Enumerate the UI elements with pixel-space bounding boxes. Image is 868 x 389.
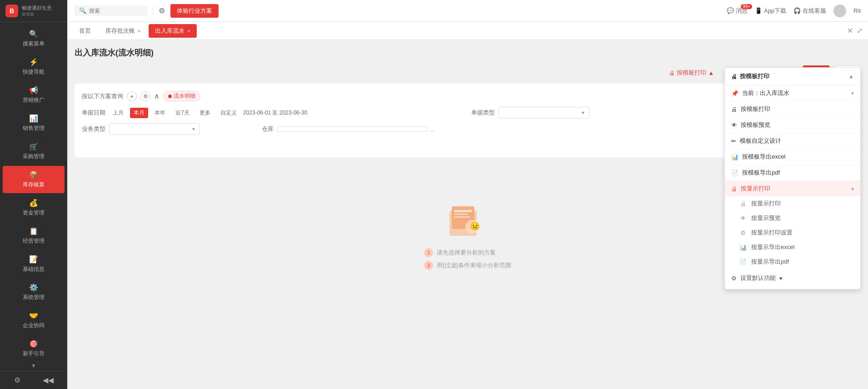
business-type-select[interactable]: ▾ bbox=[109, 123, 200, 135]
sidebar-item-system[interactable]: ⚙️ 系统管理 bbox=[3, 279, 65, 306]
tab-close-flow-icon[interactable]: × bbox=[187, 28, 190, 34]
template-export-pdf-section: 📄 按模板导出pdf bbox=[725, 165, 860, 181]
settings-icon[interactable]: ⚙ bbox=[14, 376, 20, 384]
display-print-item[interactable]: 🖨 按显示打印 bbox=[725, 196, 860, 211]
sidebar-logo: B 畅捷通好生意 标准版 bbox=[0, 0, 67, 22]
display-export-pdf-item[interactable]: 📄 按显示导出pdf bbox=[725, 254, 860, 267]
step-1-text: 请先选择要分析的方案 bbox=[437, 249, 496, 257]
template-excel-icon: 📊 bbox=[731, 154, 738, 160]
tab-label-flow: 出入库流水 bbox=[155, 27, 185, 35]
last7-btn[interactable]: 近7天 bbox=[172, 108, 193, 118]
sidebar-item-marketing[interactable]: 📢 营销推广 bbox=[3, 81, 65, 109]
gear-icon[interactable]: ⚙ bbox=[159, 6, 165, 15]
search-input[interactable] bbox=[89, 8, 135, 14]
sidebar-item-finance[interactable]: 💰 资金管理 bbox=[3, 194, 65, 221]
template-custom-title: ✏ 模板自定义设计 bbox=[731, 137, 781, 145]
tab-home[interactable]: 首页 bbox=[73, 24, 97, 38]
window-maximize-icon[interactable]: ⤢ bbox=[857, 26, 863, 35]
business-type-field: 业务类型 ▾ bbox=[82, 123, 254, 135]
topbar-right: 💬 消息 99+ 📱 App下载 🎧 在线客服 Rit bbox=[727, 5, 861, 17]
display-export-excel-item[interactable]: 📊 按显示导出excel bbox=[725, 240, 860, 254]
main-area: 🔍 ⚙ 体验行业方案 💬 消息 99+ 📱 App下载 🎧 在线 bbox=[67, 0, 868, 389]
sidebar-item-purchase[interactable]: 🛒 采购管理 bbox=[3, 138, 65, 165]
tab-label-home: 首页 bbox=[79, 27, 91, 35]
collapse-sidebar-icon[interactable]: ◀◀ bbox=[43, 376, 54, 384]
current-month-btn[interactable]: 本月 bbox=[130, 108, 148, 118]
template-pdf-label: 按模板导出pdf bbox=[742, 169, 780, 177]
print-icon: 🖨 bbox=[669, 70, 675, 76]
page-title: 出入库流水(流水明细) bbox=[75, 47, 861, 58]
topbar-search-box[interactable]: 🔍 bbox=[75, 5, 147, 16]
set-default-btn[interactable]: ⚙ 设置默认功能 ▾ bbox=[731, 271, 854, 285]
print-template-btn[interactable]: 🖨 按模板打印 ▲ bbox=[664, 66, 718, 79]
sidebar-item-inventory[interactable]: 📦 库存核算 bbox=[3, 166, 65, 193]
template-export-excel-header[interactable]: 📊 按模板导出excel bbox=[725, 149, 860, 165]
template-export-pdf-header[interactable]: 📄 按模板导出pdf bbox=[725, 165, 860, 180]
step-1-num: 1 bbox=[424, 248, 433, 257]
app-download-link[interactable]: 📱 App下载 bbox=[755, 7, 786, 15]
sidebar-item-label-inventory: 库存核算 bbox=[23, 181, 45, 189]
tab-batch[interactable]: 库存批次账× bbox=[99, 24, 147, 38]
sidebar-item-sales[interactable]: 📊 销售管理 bbox=[3, 110, 65, 137]
filter-tag-dot bbox=[168, 95, 172, 98]
print-dropdown-panel: 🖨 按模板打印 ▲ 📌 当前：出入库流水 ▾ bbox=[724, 67, 861, 289]
online-service-link[interactable]: 🎧 在线客服 bbox=[793, 7, 826, 15]
sidebar-item-label-search: 搜索菜单 bbox=[23, 40, 45, 48]
trial-btn[interactable]: 体验行业方案 bbox=[170, 4, 219, 18]
display-print-sub-icon: 🖨 bbox=[739, 200, 747, 207]
sidebar-item-label-basic: 基础信息 bbox=[23, 265, 45, 273]
window-close-icon[interactable]: ✕ bbox=[847, 26, 853, 35]
inventory-icon: 📦 bbox=[29, 170, 38, 179]
avatar[interactable] bbox=[833, 5, 846, 17]
app-logo-icon: B bbox=[5, 5, 18, 17]
business-type-label: 业务类型 bbox=[82, 125, 105, 133]
template-custom-header[interactable]: ✏ 模板自定义设计 bbox=[725, 133, 860, 149]
template-preview-section: 👁 按模板预览 bbox=[725, 117, 860, 133]
warehouse-label: 仓库 bbox=[262, 125, 274, 133]
warehouse-select[interactable] bbox=[277, 126, 428, 132]
date-filter-field: 单据日期 上月 本月 本年 近7天 更多 自定义 2023-06-01 至 20… bbox=[82, 108, 464, 118]
more-date-btn[interactable]: 更多 bbox=[196, 108, 214, 118]
message-badge[interactable]: 💬 消息 99+ bbox=[727, 7, 748, 15]
sidebar-scroll-down[interactable]: ▼ bbox=[0, 361, 67, 371]
tabs-window-controls: ✕ ⤢ bbox=[847, 26, 863, 35]
filter-collapse-btn[interactable]: ∧ bbox=[154, 92, 160, 100]
display-print-header[interactable]: 🖨 按显示打印 ▾ bbox=[725, 181, 860, 196]
set-default-label: 设置默认功能 bbox=[740, 274, 776, 282]
template-preview-header[interactable]: 👁 按模板预览 bbox=[725, 117, 860, 133]
warehouse-more-icon[interactable]: ... bbox=[429, 126, 434, 133]
app-download-label: App下载 bbox=[764, 7, 786, 15]
display-print-settings-item[interactable]: ⚙ 按显示打印设置 bbox=[725, 225, 860, 240]
sidebar-item-guide[interactable]: 🎯 新手引导 bbox=[3, 335, 65, 361]
online-service-label: 在线客服 bbox=[803, 7, 826, 15]
tab-flow[interactable]: 出入库流水× bbox=[149, 24, 196, 38]
filter-settings-btn[interactable]: ⚙ bbox=[140, 91, 150, 101]
template-print-header[interactable]: 🖨 按模板打印 bbox=[725, 101, 860, 117]
display-preview-item[interactable]: 👁 按显示预览 bbox=[725, 211, 860, 225]
step-2-num: 2 bbox=[424, 261, 433, 270]
sidebar-item-basic[interactable]: 📝 基础信息 bbox=[3, 250, 65, 278]
filter-add-btn[interactable]: + bbox=[127, 91, 137, 101]
sidebar-item-operations[interactable]: 📋 经营管理 bbox=[3, 222, 65, 249]
sidebar-item-enterprise[interactable]: 🤝 企业协同 bbox=[3, 307, 65, 334]
display-print-label: 按显示打印 bbox=[741, 185, 770, 193]
tab-label-batch: 库存批次账 bbox=[105, 27, 135, 35]
template-preview-title: 👁 按模板预览 bbox=[731, 121, 770, 129]
print-dropdown-close-icon[interactable]: ▲ bbox=[848, 73, 854, 80]
display-excel-sub-label: 按显示导出excel bbox=[751, 243, 794, 251]
custom-date-btn[interactable]: 自定义 bbox=[217, 108, 240, 118]
display-preview-sub-icon: 👁 bbox=[739, 215, 747, 222]
sidebar-item-search[interactable]: 🔍 搜索菜单 bbox=[3, 25, 65, 52]
current-label: 当前：出入库流水 bbox=[742, 89, 789, 97]
current-year-btn[interactable]: 本年 bbox=[151, 108, 169, 118]
filter-tag-liushui[interactable]: 流水明细 bbox=[163, 91, 200, 101]
prev-month-btn[interactable]: 上月 bbox=[109, 108, 127, 118]
sidebar-item-quicknav[interactable]: ⚡ 快捷导航 bbox=[3, 53, 65, 80]
headset-icon: 🎧 bbox=[793, 7, 801, 14]
message-count: 99+ bbox=[741, 4, 752, 9]
print-dropdown-footer: ⚙ 设置默认功能 ▾ bbox=[725, 267, 860, 289]
display-print-section: 🖨 按显示打印 ▾ 🖨 按显示打印 👁 按显示预览 bbox=[725, 181, 860, 267]
tab-close-batch-icon[interactable]: × bbox=[138, 28, 140, 34]
print-current-header[interactable]: 📌 当前：出入库流水 ▾ bbox=[725, 85, 860, 101]
doctype-select[interactable]: ▾ bbox=[499, 107, 589, 119]
